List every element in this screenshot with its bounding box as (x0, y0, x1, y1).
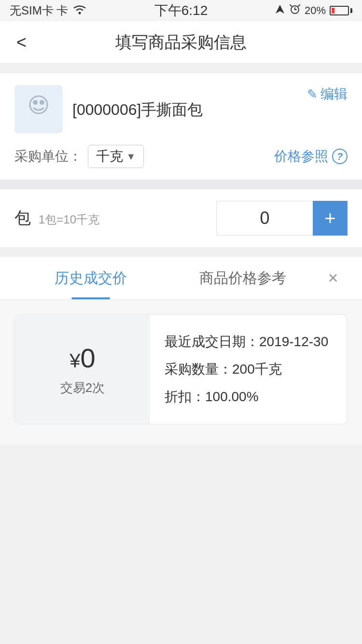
svg-point-7 (40, 100, 44, 105)
tab-close-button[interactable]: × (319, 264, 348, 293)
purchase-quantity-value: 200千克 (232, 362, 282, 377)
unit-select[interactable]: 千克 ▼ (88, 145, 144, 168)
history-trades-label: 交易2次 (60, 379, 105, 396)
svg-point-5 (30, 96, 47, 113)
wifi-icon (73, 4, 86, 17)
tabs-header: 历史成交价 商品价格参考 × (0, 257, 362, 300)
status-left: 无SIM卡 卡 (10, 3, 86, 18)
edit-icon: ✎ (307, 87, 318, 102)
quantity-plus-button[interactable]: + (313, 201, 348, 236)
page-title: 填写商品采购信息 (115, 31, 247, 54)
quantity-input-group: + (216, 201, 348, 236)
quantity-input[interactable] (216, 201, 313, 236)
product-unit-row: 采购单位： 千克 ▼ 价格参照 ? (14, 145, 348, 168)
unit-section: 采购单位： 千克 ▼ (14, 145, 144, 168)
battery-icon (330, 6, 352, 15)
tab-product-price-label: 商品价格参考 (199, 268, 286, 288)
nav-bar: < 填写商品采购信息 (0, 21, 362, 64)
tab-content-area: ¥0 交易2次 最近成交日期：2019-12-30 采购数量：200千克 折扣：… (0, 300, 362, 445)
tab-history-price[interactable]: 历史成交价 (14, 257, 167, 299)
history-details-section: 最近成交日期：2019-12-30 采购数量：200千克 折扣：100.00% (150, 315, 347, 424)
currency-symbol: ¥ (70, 350, 80, 371)
discount-value: 100.00% (205, 389, 259, 404)
section-divider (0, 180, 362, 189)
product-thumb-icon (24, 93, 53, 126)
status-right: 20% (275, 3, 352, 18)
tabs-section: 历史成交价 商品价格参考 × ¥0 交易2次 最近成交日期：2019-12-30… (0, 257, 362, 445)
unit-dropdown-icon: ▼ (126, 151, 136, 162)
recent-date-item: 最近成交日期：2019-12-30 (165, 332, 333, 351)
product-header: [0000006]手撕面包 ✎ 编辑 (14, 85, 348, 133)
history-price-section: ¥0 交易2次 (15, 315, 150, 424)
tab-product-price-reference[interactable]: 商品价格参考 (167, 257, 319, 299)
price-reference-button[interactable]: 价格参照 ? (274, 147, 348, 166)
edit-button[interactable]: ✎ 编辑 (307, 85, 348, 103)
price-ref-info-icon: ? (332, 149, 348, 164)
product-card: [0000006]手撕面包 ✎ 编辑 采购单位： 千克 ▼ 价格参照 ? (0, 73, 362, 180)
product-name: [0000006]手撕面包 (72, 99, 203, 121)
purchase-quantity-item: 采购数量：200千克 (165, 360, 333, 378)
product-thumbnail (14, 85, 63, 133)
history-card: ¥0 交易2次 最近成交日期：2019-12-30 采购数量：200千克 折扣：… (14, 314, 348, 424)
svg-marker-1 (276, 5, 284, 14)
recent-date-label: 最近成交日期： (165, 334, 259, 349)
tab-history-price-label: 历史成交价 (55, 268, 127, 288)
unit-value: 千克 (96, 147, 123, 166)
back-button[interactable]: < (12, 28, 31, 57)
battery-percent: 20% (305, 4, 326, 17)
discount-item: 折扣：100.00% (165, 387, 333, 406)
quantity-label-group: 包 1包=10千克 (14, 207, 99, 229)
discount-label: 折扣： (165, 389, 205, 404)
price-value: 0 (81, 343, 96, 373)
price-ref-label: 价格参照 (274, 147, 328, 166)
quantity-row: 包 1包=10千克 + (0, 189, 362, 247)
gps-icon (275, 4, 285, 17)
carrier-label: 无SIM卡 卡 (10, 3, 68, 18)
svg-point-6 (33, 100, 38, 105)
quantity-unit-label: 包 (14, 207, 31, 229)
recent-date-value: 2019-12-30 (259, 334, 328, 349)
quantity-conversion-label: 1包=10千克 (39, 212, 99, 227)
product-left: [0000006]手撕面包 (14, 85, 203, 133)
svg-point-0 (79, 12, 81, 14)
time-label: 下午6:12 (154, 1, 208, 20)
edit-label: 编辑 (320, 85, 348, 103)
status-bar: 无SIM卡 卡 下午6:12 20% (0, 0, 362, 21)
history-price-display: ¥0 (70, 342, 95, 374)
unit-label: 采购单位： (14, 149, 82, 164)
purchase-quantity-label: 采购数量： (165, 362, 232, 377)
alarm-icon (289, 3, 301, 18)
